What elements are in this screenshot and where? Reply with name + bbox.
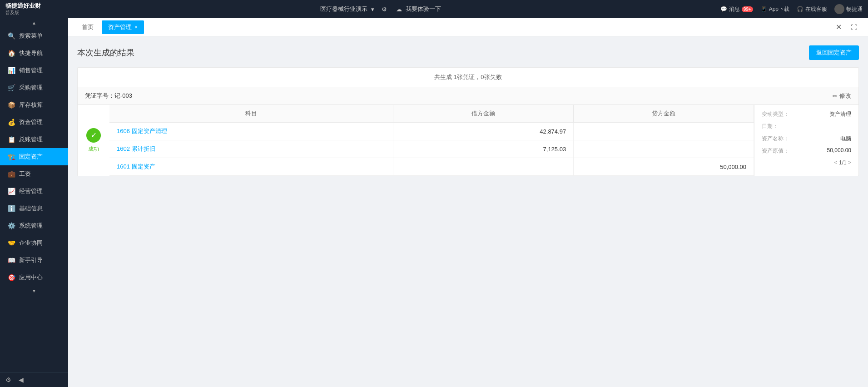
voucher-body: ✓ 成功 科目 借方金额 贷方金额 xyxy=(78,105,858,176)
messages-label: 消息 xyxy=(729,5,740,13)
sidebar-scroll-up[interactable]: ▲ xyxy=(0,18,68,27)
tab-close-btn[interactable]: × xyxy=(134,24,138,30)
user-area[interactable]: 畅捷通 xyxy=(834,4,863,14)
logo-title: 畅捷通好业财 xyxy=(5,2,41,10)
subject-2[interactable]: 1602 累计折旧 xyxy=(109,140,393,158)
close-btn[interactable]: ✕ xyxy=(832,20,845,34)
main-layout: ▲ 🔍 搜索菜单 🏠 快捷导航 📊 销售管理 🛒 采购管理 📦 库存核算 💰 资… xyxy=(0,18,868,387)
enterprise-icon: 🤝 xyxy=(7,239,15,247)
sales-icon: 📊 xyxy=(7,66,15,74)
app-center-icon: 🎯 xyxy=(7,273,15,282)
sidebar-bottom: ⚙ ◀ xyxy=(0,372,68,387)
sidebar-item-quick-nav[interactable]: 🏠 快捷导航 xyxy=(0,45,68,62)
sidebar-label-inventory: 库存核算 xyxy=(19,101,43,109)
side-panel: 变动类型： 资产清理 日期： 资产名称： 电脑 资产原值： xyxy=(754,105,858,176)
edit-icon: ✏ xyxy=(833,93,838,99)
sidebar-item-guide[interactable]: 📖 新手引导 xyxy=(0,252,68,269)
sidebar-item-capital[interactable]: 💰 资金管理 xyxy=(0,114,68,131)
success-indicator: ✓ 成功 xyxy=(78,105,109,176)
sidebar-label-guide: 新手引导 xyxy=(19,256,43,264)
sidebar-item-inventory[interactable]: 📦 库存核算 xyxy=(0,96,68,114)
subject-1[interactable]: 1606 固定资产清理 xyxy=(109,123,393,140)
user-name: 畅捷通 xyxy=(846,5,863,13)
date-label: 日期： xyxy=(762,123,778,130)
cloud-icon: ☁ xyxy=(396,6,402,13)
asset-name-label: 资产名称： xyxy=(762,135,789,143)
debit-2: 7,125.03 xyxy=(393,140,574,158)
sidebar-label-capital: 资金管理 xyxy=(19,118,43,126)
sidebar-collapse-btn[interactable]: ◀ xyxy=(19,376,24,383)
asset-tab-label: 资产管理 xyxy=(108,23,132,31)
expand-btn[interactable]: ⛶ xyxy=(847,20,861,34)
page-content: 本次生成的结果 返回固定资产 共生成 1张凭证，0张失败 凭证字号：记-003 … xyxy=(68,36,868,387)
content-area: 首页 资产管理 × ✕ ⛶ 本次生成的结果 返回固定资产 xyxy=(68,18,868,387)
column-header-credit: 贷方金额 xyxy=(574,105,754,123)
table-row: 1601 固定资产 50,000.00 xyxy=(109,158,754,176)
pagination: < 1/1 > xyxy=(762,159,851,166)
success-icon: ✓ xyxy=(86,128,101,143)
app-download-btn[interactable]: 📱 App下载 xyxy=(760,5,789,13)
edit-button[interactable]: ✏ 修改 xyxy=(833,92,851,100)
sidebar: ▲ 🔍 搜索菜单 🏠 快捷导航 📊 销售管理 🛒 采购管理 📦 库存核算 💰 资… xyxy=(0,18,68,387)
voucher-header: 凭证字号：记-003 ✏ 修改 xyxy=(78,87,858,105)
top-header: 畅捷通好业财 普及版 医疗器械行业演示 ▾ ⚙ ☁ 我要体验一下 💬 消息 99… xyxy=(0,0,868,18)
ledger-icon: 📋 xyxy=(7,135,15,144)
sidebar-label-quick-nav: 快捷导航 xyxy=(19,49,43,57)
sidebar-item-search[interactable]: 🔍 搜索菜单 xyxy=(0,27,68,45)
change-type-value: 资产清理 xyxy=(829,110,851,118)
header-actions: 💬 消息 99+ 📱 App下载 🎧 在线客服 畅捷通 xyxy=(720,4,863,14)
tab-asset-management[interactable]: 资产管理 × xyxy=(102,20,144,34)
asset-name-value: 电脑 xyxy=(840,135,851,143)
credit-2 xyxy=(574,140,754,158)
home-tab-label: 首页 xyxy=(82,24,94,30)
sidebar-item-enterprise[interactable]: 🤝 企业协同 xyxy=(0,234,68,252)
service-icon: 🎧 xyxy=(797,6,804,12)
tab-home[interactable]: 首页 xyxy=(75,20,100,34)
column-header-debit: 借方金额 xyxy=(393,105,574,123)
messages-btn[interactable]: 💬 消息 99+ xyxy=(720,5,753,13)
sidebar-item-payroll[interactable]: 💼 工资 xyxy=(0,165,68,183)
sidebar-label-basic-info: 基础信息 xyxy=(19,204,43,213)
search-icon: 🔍 xyxy=(7,32,15,40)
logo-area: 畅捷通好业财 普及版 xyxy=(5,2,41,16)
online-service-label: 在线客服 xyxy=(805,5,827,13)
sidebar-scroll-down[interactable]: ▼ xyxy=(0,286,68,295)
table-row: 1606 固定资产清理 42,874.97 xyxy=(109,123,754,140)
company-selector[interactable]: 医疗器械行业演示 ▾ ⚙ ☁ 我要体验一下 xyxy=(320,5,441,13)
sidebar-item-system[interactable]: ⚙️ 系统管理 xyxy=(0,217,68,234)
experience-btn[interactable]: 我要体验一下 xyxy=(406,5,441,13)
table-row: 1602 累计折旧 7,125.03 xyxy=(109,140,754,158)
voucher-card: 共生成 1张凭证，0张失败 凭证字号：记-003 ✏ 修改 ✓ 成功 xyxy=(77,67,859,176)
sidebar-item-ledger[interactable]: 📋 总账管理 xyxy=(0,131,68,148)
sidebar-item-basic-info[interactable]: ℹ️ 基础信息 xyxy=(0,200,68,217)
app-download-label: App下载 xyxy=(769,5,789,13)
page-header: 本次生成的结果 返回固定资产 xyxy=(77,45,859,60)
sidebar-item-app-center[interactable]: 🎯 应用中心 xyxy=(0,269,68,286)
return-fixed-assets-button[interactable]: 返回固定资产 xyxy=(809,45,859,60)
home-icon: 🏠 xyxy=(7,49,15,57)
asset-name-row: 资产名称： 电脑 xyxy=(762,135,851,143)
column-header-subject: 科目 xyxy=(109,105,393,123)
purchase-icon: 🛒 xyxy=(7,84,15,92)
asset-value-row: 资产原值： 50,000.00 xyxy=(762,147,851,155)
sidebar-label-fixed-assets: 固定资产 xyxy=(19,153,43,161)
page-title: 本次生成的结果 xyxy=(77,47,134,58)
prev-page-btn[interactable]: < xyxy=(834,159,838,166)
sidebar-settings-btn[interactable]: ⚙ xyxy=(5,376,11,383)
credit-1 xyxy=(574,123,754,140)
settings-icon[interactable]: ⚙ xyxy=(382,6,387,13)
fixed-assets-icon: 🏗️ xyxy=(7,153,15,161)
sidebar-item-sales[interactable]: 📊 销售管理 xyxy=(0,62,68,79)
subject-3[interactable]: 1601 固定资产 xyxy=(109,158,393,176)
logo: 畅捷通好业财 普及版 xyxy=(5,2,41,16)
next-page-btn[interactable]: > xyxy=(848,159,851,166)
online-service-btn[interactable]: 🎧 在线客服 xyxy=(797,5,827,13)
sidebar-item-operations[interactable]: 📈 经营管理 xyxy=(0,183,68,200)
sidebar-label-system: 系统管理 xyxy=(19,222,43,230)
guide-icon: 📖 xyxy=(7,256,15,264)
sidebar-item-fixed-assets[interactable]: 🏗️ 固定资产 xyxy=(0,148,68,165)
sidebar-item-purchase[interactable]: 🛒 采购管理 xyxy=(0,79,68,96)
date-row: 日期： xyxy=(762,123,851,130)
system-icon: ⚙️ xyxy=(7,222,15,230)
voucher-number: 凭证字号：记-003 xyxy=(85,92,132,100)
